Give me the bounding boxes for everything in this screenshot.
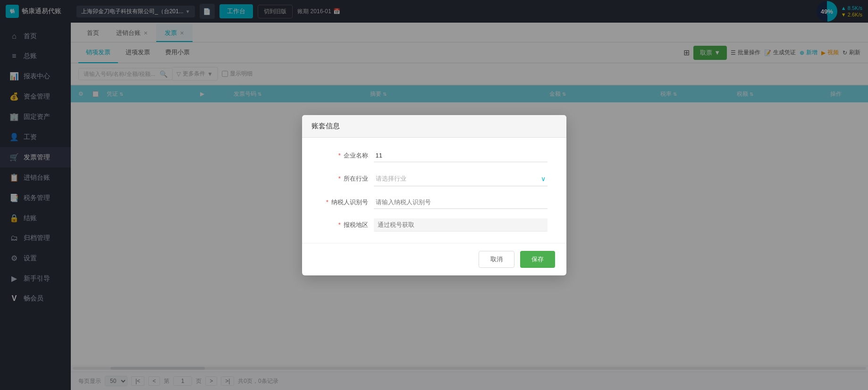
- cancel-button[interactable]: 取消: [479, 251, 514, 268]
- save-button[interactable]: 保存: [520, 251, 555, 268]
- modal-footer: 取消 保存: [302, 243, 566, 275]
- required-mark: *: [326, 199, 329, 206]
- modal-body: * 企业名称 * 所在行业 请选择行业 ∨ *: [302, 138, 566, 243]
- chevron-down-icon: ∨: [541, 175, 546, 183]
- tax-region-label: * 报税地区: [321, 221, 368, 229]
- form-row-company-name: * 企业名称: [321, 149, 548, 162]
- company-name-label: * 企业名称: [321, 151, 368, 160]
- form-row-industry: * 所在行业 请选择行业 ∨: [321, 172, 548, 186]
- required-mark: *: [338, 175, 341, 182]
- tax-id-label: * 纳税人识别号: [321, 198, 368, 207]
- industry-label: * 所在行业: [321, 174, 368, 183]
- form-row-tax-region: * 报税地区: [321, 218, 548, 232]
- required-mark: *: [338, 152, 341, 159]
- tax-region-input: [374, 218, 548, 232]
- modal-overlay: 账套信息 * 企业名称 * 所在行业 请选择行业 ∨: [0, 0, 868, 390]
- tax-id-input[interactable]: [374, 196, 548, 209]
- industry-select[interactable]: 请选择行业 ∨: [374, 172, 548, 186]
- modal-dialog: 账套信息 * 企业名称 * 所在行业 请选择行业 ∨: [302, 115, 566, 275]
- form-row-tax-id: * 纳税人识别号: [321, 196, 548, 209]
- modal-title: 账套信息: [312, 122, 340, 130]
- company-name-input[interactable]: [374, 149, 548, 162]
- required-mark: *: [338, 221, 341, 228]
- modal-header: 账套信息: [302, 115, 566, 138]
- industry-placeholder: 请选择行业: [376, 174, 541, 183]
